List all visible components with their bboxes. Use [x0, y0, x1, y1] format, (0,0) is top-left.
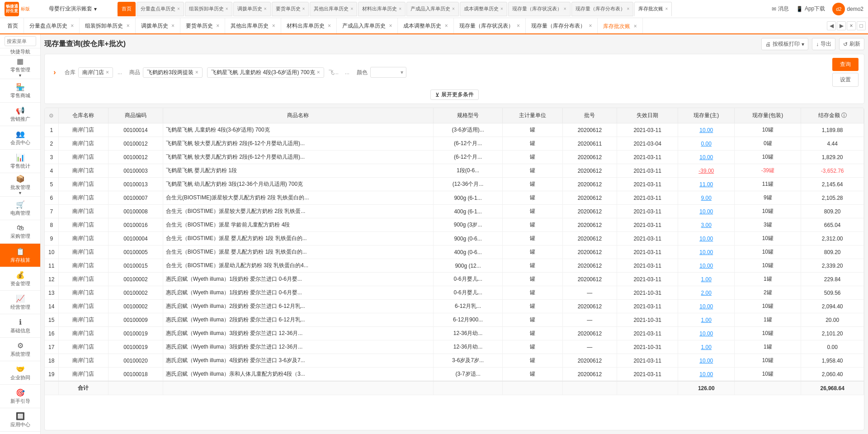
- top-tab[interactable]: 库存批次账×: [634, 2, 672, 16]
- template-print-btn[interactable]: 🖨 按模板打印 ▾: [761, 38, 808, 50]
- tab-close-icon[interactable]: ×: [500, 6, 503, 11]
- top-tab[interactable]: 分量盘点单历史×: [137, 2, 184, 16]
- sidebar-item-基础信息[interactable]: ℹ基础信息: [0, 314, 40, 338]
- message-btn[interactable]: ✉ 消息: [772, 5, 789, 13]
- nav-tab-close[interactable]: ×: [587, 23, 592, 29]
- sidebar-item-采购管理[interactable]: 🛍采购管理: [0, 220, 40, 244]
- nav-tab[interactable]: 现存量（库存状况表） ×: [454, 18, 526, 34]
- sidebar-item-企业协同[interactable]: 🤝企业协同: [0, 361, 40, 385]
- tab-close-icon[interactable]: ×: [627, 6, 630, 11]
- tab-close-icon[interactable]: ×: [564, 6, 566, 11]
- nav-tab-close[interactable]: ×: [515, 23, 520, 29]
- tab-close-icon[interactable]: ×: [264, 6, 267, 11]
- close-btn[interactable]: ×: [847, 21, 856, 30]
- sidebar-item-会员中心[interactable]: 👥会员中心: [0, 126, 40, 150]
- table-cell[interactable]: 1.00: [678, 340, 735, 354]
- sidebar-item-应用中心[interactable]: 🔲应用中心: [0, 408, 40, 432]
- nav-tab[interactable]: 首页: [2, 18, 24, 34]
- nav-tab-close[interactable]: ×: [270, 23, 275, 29]
- top-tab[interactable]: 材料出库单历史×: [358, 2, 406, 16]
- nav-tab[interactable]: 产成品入库单历史 ×: [337, 18, 398, 34]
- query-btn[interactable]: 查询: [832, 58, 859, 71]
- nav-tab-close[interactable]: ×: [387, 23, 392, 29]
- table-cell[interactable]: 10.00: [678, 259, 735, 273]
- sidebar-item-零售管理[interactable]: ▦零售管理▼: [0, 56, 40, 79]
- top-tab[interactable]: 要货单历史×: [272, 2, 309, 16]
- nav-tab[interactable]: 组装拆卸单历史 ×: [80, 18, 135, 34]
- table-cell[interactable]: 3.00: [678, 218, 735, 232]
- search-input[interactable]: [5, 36, 36, 46]
- top-tab[interactable]: 现存量（库存分布表）×: [571, 2, 634, 16]
- product-tag2-close[interactable]: ×: [317, 69, 320, 75]
- tab-close-icon[interactable]: ×: [302, 6, 305, 11]
- sidebar-item-电商管理[interactable]: 🛒电商管理: [0, 197, 40, 220]
- tab-close-icon[interactable]: ×: [226, 6, 228, 11]
- table-cell[interactable]: 10.00: [678, 123, 735, 137]
- nav-tab-close[interactable]: ×: [125, 23, 129, 29]
- nav-tab[interactable]: 材料出库单历史 ×: [281, 18, 337, 34]
- sidebar-item-营销推广[interactable]: 📢营销推广: [0, 103, 40, 126]
- table-cell[interactable]: 10.00: [678, 327, 735, 340]
- expand-more-btn[interactable]: ⊻ 展开更多条件: [430, 90, 479, 100]
- settings-btn[interactable]: 设置: [832, 73, 859, 87]
- nav-tab-close[interactable]: ×: [632, 23, 637, 29]
- nav-tab-close[interactable]: ×: [69, 23, 74, 29]
- top-tab[interactable]: 组装拆卸单历史×: [185, 2, 232, 16]
- warehouse-more[interactable]: ...: [118, 69, 122, 75]
- sidebar-item-经营管理[interactable]: 📈经营管理: [0, 291, 40, 314]
- product-more[interactable]: 飞...: [329, 69, 339, 76]
- tab-close-icon[interactable]: ×: [399, 6, 401, 11]
- warehouse-tag-close[interactable]: ×: [106, 69, 109, 75]
- nav-tab[interactable]: 成本调整单历史 ×: [398, 18, 453, 34]
- sidebar-item-系统管理[interactable]: ⚙系统管理: [0, 338, 40, 361]
- table-cell[interactable]: 0.00: [678, 137, 735, 151]
- next-arrow[interactable]: ▶: [837, 21, 846, 30]
- nav-tab[interactable]: 分量盘点单历史 ×: [24, 18, 80, 34]
- export-btn[interactable]: ↓ 导出: [812, 38, 835, 50]
- sidebar-item-零售统计[interactable]: 📊零售统计: [0, 150, 40, 173]
- top-tab[interactable]: 现存量（库存状况表）×: [508, 2, 571, 16]
- nav-tab[interactable]: 库存批次账 ×: [598, 18, 642, 34]
- tab-close-icon[interactable]: ×: [350, 6, 353, 11]
- table-cell[interactable]: 11.00: [678, 178, 735, 191]
- expand-filter-btn[interactable]: ›: [50, 68, 59, 77]
- nav-tab-close[interactable]: ×: [326, 23, 331, 29]
- refresh-btn[interactable]: ↺ 刷新: [839, 38, 864, 50]
- app-download-btn[interactable]: 📱 App下载: [796, 5, 825, 13]
- product-tag2[interactable]: 飞鹤星飞帆 儿童奶粉 4段(3-6岁适用) 700克 ×: [207, 67, 324, 78]
- nav-tab-close[interactable]: ×: [443, 23, 448, 29]
- nav-tab[interactable]: 现存量（库存分布表） ×: [526, 18, 598, 34]
- nav-tab-close[interactable]: ×: [170, 23, 175, 29]
- nav-tab-close[interactable]: ×: [215, 23, 219, 29]
- table-cell[interactable]: 10.00: [678, 205, 735, 218]
- table-cell[interactable]: 1.00: [678, 313, 735, 327]
- nav-tab[interactable]: 调拨单历史 ×: [136, 18, 180, 34]
- maximize-btn[interactable]: □: [857, 21, 866, 30]
- sidebar-item-零售商城[interactable]: 🏪零售商城: [0, 79, 40, 103]
- tab-close-icon[interactable]: ×: [452, 6, 455, 11]
- top-tab[interactable]: 成本调整单历史×: [460, 2, 507, 16]
- table-cell[interactable]: 10.00: [678, 232, 735, 245]
- product-tag1-close[interactable]: ×: [195, 69, 198, 75]
- warehouse-tag[interactable]: 南岸门店 ×: [78, 67, 113, 78]
- account-dropdown[interactable]: 母婴行业演示账套 ▾: [45, 5, 118, 13]
- nav-tab[interactable]: 其他出库单历史 ×: [225, 18, 281, 34]
- prev-arrow[interactable]: ◀: [827, 21, 836, 30]
- table-cell[interactable]: 2.00: [678, 286, 735, 300]
- sidebar-item-库存核算[interactable]: 📋库存核算: [0, 244, 40, 267]
- table-cell[interactable]: 10.00: [678, 368, 735, 382]
- nav-tab[interactable]: 要货单历史 ×: [180, 18, 225, 34]
- settings-col-icon[interactable]: ⚙: [49, 113, 54, 119]
- table-cell[interactable]: 10.00: [678, 245, 735, 259]
- table-cell[interactable]: 10.00: [678, 354, 735, 368]
- table-cell[interactable]: 10.00: [678, 151, 735, 164]
- sidebar-item-资金管理[interactable]: 💰资金管理: [0, 267, 40, 291]
- sidebar-item-企业微信[interactable]: 💬企业微信: [0, 432, 40, 434]
- table-cell[interactable]: 10.00: [678, 300, 735, 313]
- sidebar-item-批发管理[interactable]: 📦批发管理▼: [0, 173, 40, 197]
- top-tab[interactable]: 调拨单历史×: [233, 2, 271, 16]
- product-tag1[interactable]: 飞鹤奶粉3段两提装 ×: [143, 67, 203, 78]
- product-more-btn[interactable]: ...: [345, 69, 349, 75]
- table-cell[interactable]: 9.00: [678, 191, 735, 205]
- table-cell[interactable]: -39.00: [678, 164, 735, 178]
